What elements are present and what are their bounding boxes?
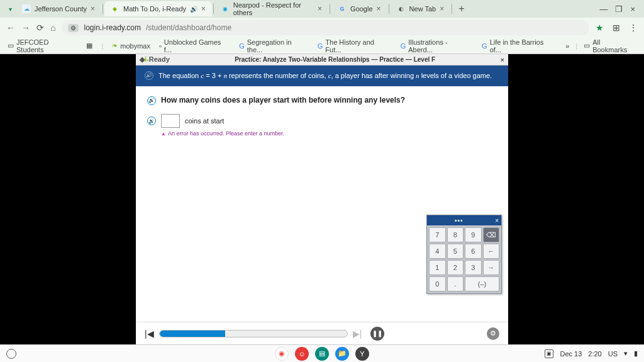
audio-icon[interactable]: 🔊 — [190, 6, 197, 13]
close-lesson-icon[interactable]: × — [501, 56, 504, 64]
error-message: An error has occurred. Please enter a nu… — [161, 130, 497, 137]
iready-logo: ◆i-Ready — [140, 55, 170, 64]
speaker-icon[interactable]: 🔊 — [147, 116, 156, 125]
tab-label: Google — [350, 5, 372, 13]
key-1[interactable]: 1 — [429, 260, 446, 275]
tab-newtab[interactable]: ◐ New Tab × — [391, 1, 451, 16]
close-icon[interactable]: × — [377, 4, 381, 13]
key-2[interactable]: 2 — [447, 260, 464, 275]
key-backspace[interactable]: ⌫ — [483, 227, 500, 242]
settings-gear-icon[interactable]: ⚙ — [487, 327, 499, 340]
tray-app-icon[interactable]: ▣ — [545, 349, 553, 358]
app-header: ◆i-Ready Practice: Analyze Two-Variable … — [136, 54, 508, 65]
close-icon[interactable]: × — [91, 4, 95, 13]
page-viewport: ◆i-Ready Practice: Analyze Two-Variable … — [0, 54, 644, 344]
wifi-icon[interactable]: ▾ — [624, 349, 628, 358]
close-icon[interactable]: × — [318, 4, 322, 13]
key-5[interactable]: 5 — [447, 244, 464, 259]
bookmark-star-icon[interactable]: ★ — [596, 23, 604, 33]
key-7[interactable]: 7 — [429, 227, 446, 242]
answer-row: 🔊 coins at start — [147, 114, 497, 128]
content-area: 🔊 How many coins does a player start wit… — [136, 86, 508, 322]
bookmarks-overflow[interactable]: » — [565, 42, 569, 50]
progress-fill — [160, 331, 225, 337]
app-footer: |◀ ▶| ❚❚ ⚙ — [136, 322, 508, 344]
shelf-locale[interactable]: US — [608, 350, 618, 358]
close-icon[interactable]: × — [201, 4, 206, 13]
app-teal-icon[interactable]: ▤ — [315, 347, 329, 361]
bookmark-jefcoed[interactable]: ▭ JEFCOED Students — [8, 38, 77, 54]
key-0[interactable]: 0 — [429, 276, 446, 291]
tab-google[interactable]: G Google × — [331, 1, 387, 16]
key-left[interactable]: ← — [483, 244, 500, 259]
back-button[interactable]: ← — [6, 23, 15, 33]
skip-back-icon[interactable]: |◀ — [145, 329, 154, 339]
forward-button[interactable]: → — [21, 23, 30, 33]
battery-icon[interactable]: ▮ — [634, 349, 638, 358]
answer-label: coins at start — [185, 117, 224, 125]
tab-nearpod[interactable]: ◉ Nearpod - Respect for others × — [215, 1, 328, 16]
window-controls: — ❐ × — [599, 4, 639, 14]
keypad-drag-icon[interactable]: ••• — [455, 217, 464, 224]
progress-bar[interactable] — [159, 330, 348, 337]
bookmark-barrios[interactable]: G Life in the Barrios of... — [482, 38, 557, 54]
url-domain: login.i-ready.com — [84, 23, 140, 32]
speaker-icon[interactable]: 🔊 — [147, 96, 156, 105]
key-6[interactable]: 6 — [465, 244, 482, 259]
answer-input[interactable] — [161, 114, 180, 128]
bookmark-segregation[interactable]: G Segregation in the... — [239, 38, 309, 54]
key-9[interactable]: 9 — [465, 227, 482, 242]
new-tab-button[interactable]: + — [453, 3, 469, 14]
launcher-icon[interactable] — [6, 349, 16, 359]
tab-iready[interactable]: ◆ Math To Do, i-Ready 🔊 × — [104, 1, 212, 16]
bookmark-apps[interactable]: ▦ — [86, 42, 92, 50]
extensions-icon[interactable]: ⊞ — [613, 23, 620, 33]
os-shelf: ◉ ☺ ▤ 📁 Y ▣ Dec 13 2:20 US ▾ ▮ — [0, 344, 644, 362]
globe-icon: ◐ — [397, 4, 406, 13]
home-button[interactable]: ⌂ — [50, 23, 55, 33]
tab-dropdown-icon[interactable]: ▾ — [5, 4, 16, 14]
context-text: The equation c = 3 + n represents the nu… — [158, 71, 492, 81]
pause-button[interactable]: ❚❚ — [370, 327, 384, 341]
shelf-time[interactable]: 2:20 — [588, 350, 601, 358]
files-icon[interactable]: 📁 — [335, 347, 349, 361]
key-3[interactable]: 3 — [465, 260, 482, 275]
all-bookmarks[interactable]: ▭ All Bookmarks — [584, 38, 636, 54]
keypad-header[interactable]: ••• × — [427, 215, 501, 225]
app-red-icon[interactable]: ☺ — [295, 347, 309, 361]
iready-app: ◆i-Ready Practice: Analyze Two-Variable … — [136, 54, 508, 344]
bookmark-mobymax[interactable]: ❧ mobymax — [112, 42, 150, 50]
maximize-icon[interactable]: ❐ — [615, 4, 623, 14]
menu-icon[interactable]: ⋮ — [629, 23, 638, 33]
reload-button[interactable]: ⟳ — [36, 23, 44, 33]
context-bar: 🔊 The equation c = 3 + n represents the … — [136, 65, 508, 86]
tab-jefferson[interactable]: ☁ Jefferson County × — [16, 1, 101, 16]
address-bar[interactable]: ⚙ login.i-ready.com/student/dashboard/ho… — [62, 20, 589, 35]
tab-label: Math To Do, i-Ready — [123, 5, 186, 13]
minimize-icon[interactable]: — — [599, 4, 608, 14]
key-4[interactable]: 4 — [429, 244, 446, 259]
tab-separator — [452, 4, 452, 14]
profile-icon[interactable]: Y — [355, 347, 369, 361]
speaker-icon[interactable]: 🔊 — [145, 71, 153, 80]
keypad-close-icon[interactable]: × — [495, 217, 499, 224]
tab-label: Nearpod - Respect for others — [233, 1, 314, 16]
key-dot[interactable]: . — [447, 276, 464, 291]
bookmark-illustrations[interactable]: G Illustrations - Aberd... — [401, 38, 473, 54]
chrome-icon[interactable]: ◉ — [275, 347, 289, 361]
nearpod-favicon-icon: ◉ — [221, 4, 230, 13]
bookmarks-bar: ▭ JEFCOED Students ▦ | ❧ mobymax ▫ Unblo… — [0, 38, 644, 54]
bookmark-unblocked[interactable]: ▫ Unblocked Games f... — [159, 38, 230, 54]
cloud-icon: ☁ — [22, 4, 31, 13]
key-8[interactable]: 8 — [447, 227, 464, 242]
key-negate[interactable]: (–) — [465, 276, 499, 291]
bookmark-history[interactable]: G The History and Fut... — [318, 38, 392, 54]
tab-separator — [103, 4, 103, 14]
browser-toolbar: ← → ⟳ ⌂ ⚙ login.i-ready.com/student/dash… — [0, 18, 644, 38]
key-right[interactable]: → — [483, 260, 500, 275]
tab-separator — [330, 4, 330, 14]
close-window-icon[interactable]: × — [630, 4, 635, 14]
shelf-date[interactable]: Dec 13 — [560, 350, 582, 358]
site-settings-icon[interactable]: ⚙ — [68, 24, 79, 32]
close-icon[interactable]: × — [440, 4, 444, 13]
